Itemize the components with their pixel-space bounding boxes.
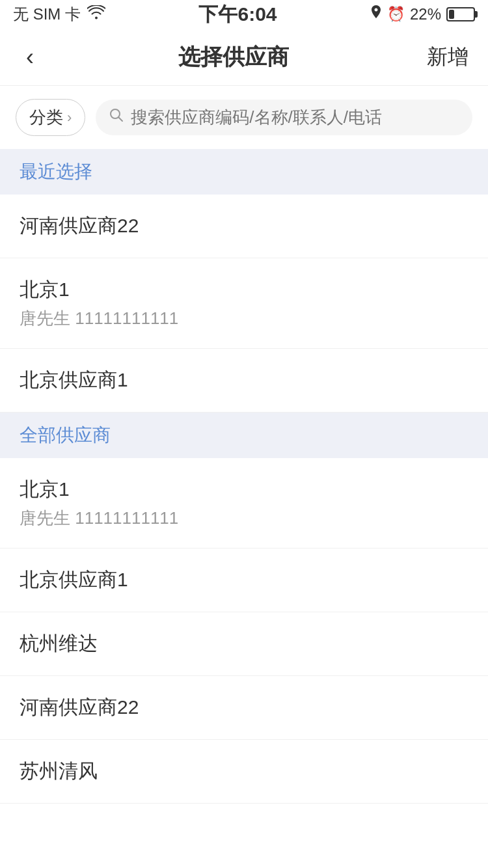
battery-percent: 22% <box>410 5 441 23</box>
search-icon <box>109 107 124 128</box>
filter-bar: 分类 › <box>0 86 488 149</box>
list-item[interactable]: 河南供应商22 <box>0 195 488 258</box>
all-section-header: 全部供应商 <box>0 413 488 458</box>
recent-list: 河南供应商22北京1唐先生 11111111111北京供应商1 <box>0 195 488 413</box>
nav-bar: ‹ 选择供应商 新增 <box>0 29 488 86</box>
item-name: 苏州清风 <box>20 758 468 785</box>
all-section-label: 全部供应商 <box>20 425 111 445</box>
item-name: 北京1 <box>20 277 468 303</box>
battery-icon <box>446 7 475 21</box>
all-list: 北京1唐先生 11111111111北京供应商1杭州维达河南供应商22苏州清风 <box>0 458 488 804</box>
category-label: 分类 <box>29 106 63 129</box>
list-item[interactable]: 杭州维达 <box>0 612 488 676</box>
item-name: 河南供应商22 <box>20 694 468 721</box>
svg-line-1 <box>119 118 123 122</box>
item-name: 北京供应商1 <box>20 567 468 593</box>
page-title: 选择供应商 <box>178 42 289 72</box>
list-item[interactable]: 苏州清风 <box>0 740 488 804</box>
status-bar: 无 SIM 卡 下午6:04 ⏰ 22% <box>0 0 488 29</box>
category-chevron-icon: › <box>67 109 72 126</box>
list-item[interactable]: 北京1唐先生 11111111111 <box>0 458 488 549</box>
item-sub: 唐先生 11111111111 <box>20 507 468 530</box>
add-button[interactable]: 新增 <box>427 43 468 72</box>
item-name: 杭州维达 <box>20 631 468 657</box>
category-filter-button[interactable]: 分类 › <box>16 99 85 136</box>
item-name: 北京1 <box>20 476 468 503</box>
item-sub: 唐先生 11111111111 <box>20 307 468 330</box>
list-item[interactable]: 北京供应商1 <box>0 349 488 413</box>
status-time: 下午6:04 <box>198 1 277 28</box>
back-button[interactable]: ‹ <box>20 37 40 77</box>
location-icon <box>370 5 382 23</box>
status-right: ⏰ 22% <box>370 5 475 23</box>
search-box <box>96 100 472 135</box>
list-item[interactable]: 河南供应商22 <box>0 676 488 740</box>
recent-section-label: 最近选择 <box>20 161 92 182</box>
status-left: 无 SIM 卡 <box>13 4 105 25</box>
wifi-icon <box>87 5 105 23</box>
list-item[interactable]: 北京1唐先生 11111111111 <box>0 258 488 349</box>
alarm-icon: ⏰ <box>387 6 405 23</box>
item-name: 北京供应商1 <box>20 367 468 394</box>
recent-section-header: 最近选择 <box>0 149 488 195</box>
carrier-text: 无 SIM 卡 <box>13 4 81 25</box>
list-item[interactable]: 北京供应商1 <box>0 549 488 612</box>
item-name: 河南供应商22 <box>20 213 468 239</box>
search-input[interactable] <box>131 107 459 128</box>
